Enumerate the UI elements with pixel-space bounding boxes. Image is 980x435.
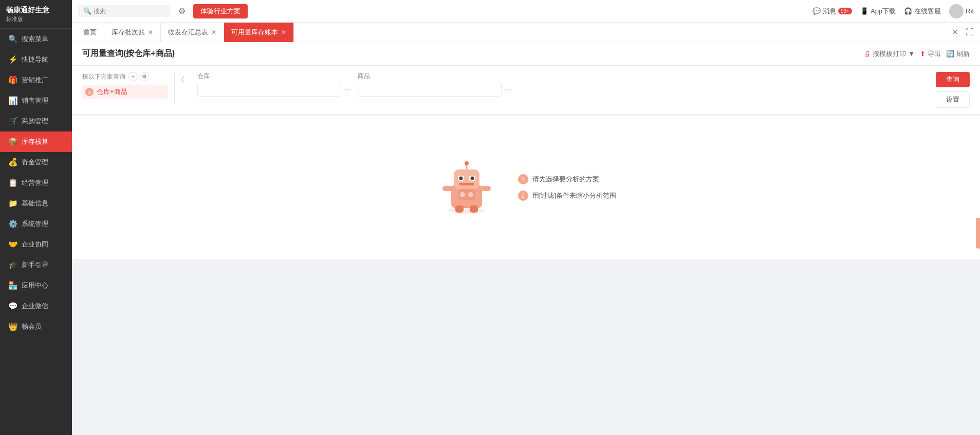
avatar xyxy=(949,4,964,18)
warehouse-input[interactable] xyxy=(197,83,341,97)
tab-batch-close-icon[interactable]: ✕ xyxy=(148,29,153,36)
tab-available[interactable]: 可用量库存账本 ✕ xyxy=(224,23,294,42)
tab-expand-icon[interactable]: ⛶ xyxy=(964,26,976,39)
tab-close-all-icon[interactable]: ✕ xyxy=(950,25,960,39)
sidebar-icon-operation: 📋 xyxy=(8,178,17,187)
sidebar-item-system[interactable]: ⚙️系统管理 xyxy=(0,214,72,234)
settings-button[interactable]: 设置 xyxy=(936,91,970,108)
sidebar-item-guide[interactable]: 🎓新手引导 xyxy=(0,255,72,275)
scheme-item-warehouse-goods[interactable]: ⊙ 仓库+商品 xyxy=(82,85,168,99)
sidebar-icon-system: ⚙️ xyxy=(8,219,17,229)
sidebar-label-sales: 销售管理 xyxy=(22,96,48,105)
empty-state-content: 1 请先选择要分析的方案 2 用[过滤]条件来缩小分析范围 xyxy=(436,157,616,218)
export-action[interactable]: ⬆ 导出 xyxy=(920,49,941,59)
search-input[interactable] xyxy=(94,8,155,15)
sidebar-item-shortcut[interactable]: ⚡快捷导航 xyxy=(0,49,72,70)
sidebar-item-purchase[interactable]: 🛒采购管理 xyxy=(0,111,72,131)
tab-batch-label: 库存批次账 xyxy=(112,28,145,37)
sidebar-item-search[interactable]: 🔍搜索菜单 xyxy=(0,29,72,49)
goods-field-row: ··· xyxy=(358,83,512,97)
trial-button[interactable]: 体验行业方案 xyxy=(193,4,248,18)
tab-summary[interactable]: 收发存汇总表 ✕ xyxy=(161,23,224,42)
sidebar-item-marketing[interactable]: 🎁营销推广 xyxy=(0,70,72,90)
tab-home-label: 首页 xyxy=(83,28,97,37)
scheme-settings-button[interactable]: ⚙ xyxy=(140,72,149,81)
sidebar-label-guide: 新手引导 xyxy=(22,260,48,270)
sidebar-item-wechat[interactable]: 💬企业微信 xyxy=(0,296,72,316)
svg-rect-12 xyxy=(455,205,464,213)
sidebar-logo: 畅康通好生意 标准版 xyxy=(0,0,72,29)
sidebar-label-system: 系统管理 xyxy=(22,219,48,229)
app-label: App下载 xyxy=(871,7,896,16)
query-button[interactable]: 查询 xyxy=(936,72,970,87)
sidebar-icon-cooperation: 🤝 xyxy=(8,240,17,249)
warehouse-field-label: 仓库 xyxy=(197,72,352,81)
topbar-gear-icon[interactable]: ⚙ xyxy=(175,4,189,18)
filter-label-title: 按以下方案查询 + ⚙ xyxy=(82,72,168,81)
sidebar-item-finance[interactable]: 💰资金管理 xyxy=(0,152,72,173)
hint-number-2: 2 xyxy=(518,191,528,201)
sidebar-icon-basic: 📁 xyxy=(8,199,17,208)
topbar-search-box[interactable]: 🔍 xyxy=(78,5,171,17)
filter-fields: 仓库 ··· 商品 ··· xyxy=(187,72,926,97)
sidebar-nav: 🔍搜索菜单⚡快捷导航🎁营销推广📊销售管理🛒采购管理📦库存核算💰资金管理📋经营管理… xyxy=(0,29,72,435)
topbar: 🔍 ⚙ 体验行业方案 💬 消息 99+ 📱 App下载 🎧 在线客服 Rit xyxy=(72,0,980,23)
export-label: 导出 xyxy=(928,49,941,59)
tabs-bar-end: ✕ ⛶ xyxy=(950,25,980,39)
warehouse-more-icon[interactable]: ··· xyxy=(344,85,351,94)
goods-input[interactable] xyxy=(358,83,502,97)
sidebar-logo-sub: 标准版 xyxy=(6,15,66,23)
sidebar-item-inventory[interactable]: 📦库存核算 xyxy=(0,131,72,152)
print-dropdown-icon[interactable]: ▼ xyxy=(908,50,915,58)
sidebar-logo-title: 畅康通好生意 xyxy=(6,5,66,15)
tab-summary-close-icon[interactable]: ✕ xyxy=(211,29,216,36)
sidebar: 畅康通好生意 标准版 🔍搜索菜单⚡快捷导航🎁营销推广📊销售管理🛒采购管理📦库存核… xyxy=(0,0,72,435)
scheme-gear-icon: ⚙ xyxy=(142,73,147,80)
refresh-action[interactable]: 🔄 刷新 xyxy=(946,49,970,59)
right-scrollbar-indicator[interactable] xyxy=(976,218,980,249)
sidebar-item-cooperation[interactable]: 🤝企业协同 xyxy=(0,234,72,255)
add-icon: + xyxy=(132,73,135,80)
goods-more-icon[interactable]: ··· xyxy=(505,85,511,94)
tab-batch[interactable]: 库存批次账 ✕ xyxy=(104,23,161,42)
tab-available-close-icon[interactable]: ✕ xyxy=(281,29,286,36)
sidebar-label-cooperation: 企业协同 xyxy=(22,240,48,249)
print-label: 按模板打印 xyxy=(873,49,906,59)
sidebar-icon-marketing: 🎁 xyxy=(8,75,17,85)
sidebar-item-sales[interactable]: 📊销售管理 xyxy=(0,90,72,111)
sidebar-item-member[interactable]: 👑畅会员 xyxy=(0,316,72,337)
sidebar-label-purchase: 采购管理 xyxy=(22,117,48,126)
empty-state: 1 请先选择要分析的方案 2 用[过滤]条件来缩小分析范围 xyxy=(72,116,980,259)
tab-available-label: 可用量库存账本 xyxy=(231,28,278,37)
message-icon: 💬 xyxy=(812,7,821,15)
service-item[interactable]: 🎧 在线客服 xyxy=(904,7,941,16)
message-item[interactable]: 💬 消息 99+ xyxy=(812,7,852,16)
user-item[interactable]: Rit xyxy=(949,4,974,18)
warehouse-field-row: ··· xyxy=(197,83,352,97)
sidebar-label-marketing: 营销推广 xyxy=(22,75,48,85)
goods-field-label: 商品 xyxy=(358,72,512,81)
tab-home[interactable]: 首页 xyxy=(76,23,104,42)
svg-rect-13 xyxy=(470,205,478,213)
add-scheme-button[interactable]: + xyxy=(128,72,138,81)
hint-text-2: 用[过滤]条件来缩小分析范围 xyxy=(532,191,616,200)
sidebar-label-wechat: 企业微信 xyxy=(22,301,48,311)
filter-collapse-button[interactable]: 《 xyxy=(175,74,187,86)
sidebar-icon-search: 🔍 xyxy=(8,34,17,44)
sidebar-item-operation[interactable]: 📋经营管理 xyxy=(0,173,72,193)
page-header-actions: 🖨 按模板打印 ▼ ⬆ 导出 🔄 刷新 xyxy=(864,49,970,59)
message-label: 消息 xyxy=(823,7,836,16)
svg-point-15 xyxy=(460,192,465,197)
print-action[interactable]: 🖨 按模板打印 ▼ xyxy=(864,49,915,59)
sidebar-icon-wechat: 💬 xyxy=(8,301,17,311)
sidebar-label-shortcut: 快捷导航 xyxy=(22,55,48,64)
scheme-label: 仓库+商品 xyxy=(97,87,127,97)
sidebar-item-basic[interactable]: 📁基础信息 xyxy=(0,193,72,214)
app-download-item[interactable]: 📱 App下载 xyxy=(860,7,896,16)
app-icon: 📱 xyxy=(860,7,868,15)
svg-point-16 xyxy=(468,192,473,197)
collapse-icon: 《 xyxy=(177,75,184,85)
empty-hint-2: 2 用[过滤]条件来缩小分析范围 xyxy=(518,191,616,201)
svg-rect-7 xyxy=(459,183,474,185)
sidebar-item-appstore[interactable]: 🏪应用中心 xyxy=(0,275,72,296)
